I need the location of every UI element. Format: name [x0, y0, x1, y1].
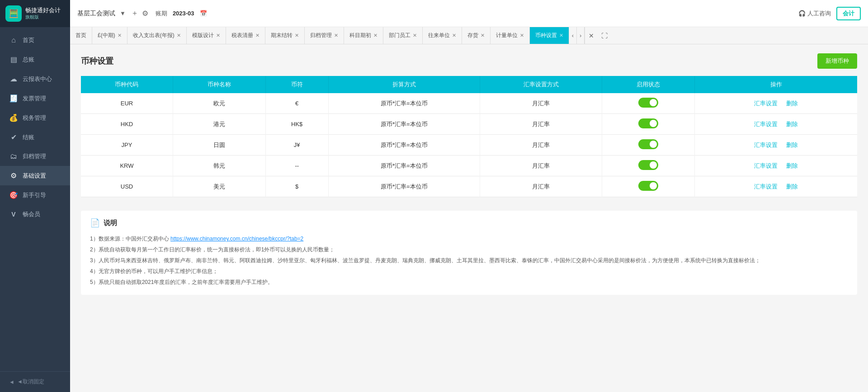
tab-inventory[interactable]: 存货 ✕ [462, 27, 491, 44]
delete-link-2[interactable]: 删除 [786, 142, 798, 148]
cell-status-0[interactable] [602, 93, 695, 114]
tab-period-close[interactable]: ✕ [118, 33, 122, 38]
tabs-prev-btn[interactable]: ‹ [569, 27, 577, 44]
cell-rate-1: 月汇率 [480, 114, 602, 135]
tab-template[interactable]: 模版设计 ✕ [187, 27, 226, 44]
toggle-4[interactable] [638, 181, 658, 191]
headset-icon: 🎧 [798, 10, 806, 17]
tab-dept-close[interactable]: ✕ [413, 33, 417, 38]
tab-inventory-close[interactable]: ✕ [481, 33, 485, 38]
sidebar-label-archive: 归档管理 [23, 152, 46, 161]
cell-status-4[interactable] [602, 176, 695, 197]
sidebar-item-tax[interactable]: 💰 税务管理 [0, 108, 70, 128]
tab-clients-close[interactable]: ✕ [452, 33, 456, 38]
content-area: 币种设置 新增币种 币种代码 币种名称 币符 折算方式 汇率设置方式 启用状态 … [70, 44, 868, 392]
cell-status-1[interactable] [602, 114, 695, 135]
sidebar: 🧮 畅捷通好会计 旗舰版 ⌂ 首页 ▤ 总账 ☁ 云报表中心 🧾 发票管理 💰 … [0, 0, 70, 392]
cell-symbol-1: HK$ [265, 114, 328, 135]
account-button[interactable]: 会计 [836, 7, 861, 20]
tab-archive-label: 归档管理 [310, 32, 332, 39]
sidebar-item-settlement[interactable]: ✔ 结账 [0, 128, 70, 147]
cell-action-4: 汇率设置 删除 [695, 176, 857, 197]
tab-tax[interactable]: 税表清册 ✕ [226, 27, 265, 44]
delete-link-1[interactable]: 删除 [786, 121, 798, 128]
tab-subject-label: 科目期初 [349, 32, 371, 39]
sidebar-pin-toggle[interactable]: ◄ ◄取消固定 [0, 371, 70, 392]
pin-icon: ◄ [9, 379, 14, 385]
delete-link-4[interactable]: 删除 [786, 183, 798, 190]
cell-symbol-4: $ [265, 176, 328, 197]
sidebar-item-settings[interactable]: ⚙ 基础设置 [0, 166, 70, 185]
sidebar-label-vip: 畅会员 [23, 210, 40, 218]
tab-period-end-close[interactable]: ✕ [295, 33, 299, 38]
sidebar-item-ledger[interactable]: ▤ 总账 [0, 50, 70, 69]
calendar-icon[interactable]: 📅 [200, 10, 207, 17]
rate-setting-link-2[interactable]: 汇率设置 [754, 142, 778, 148]
sidebar-item-archive[interactable]: 🗂 归档管理 [0, 147, 70, 166]
tab-archive-close[interactable]: ✕ [334, 33, 338, 38]
tab-dept[interactable]: 部门员工 ✕ [383, 27, 423, 44]
sidebar-item-vip[interactable]: V 畅会员 [0, 205, 70, 224]
col-symbol: 币符 [265, 76, 328, 93]
tab-period-label: £(中期) [98, 32, 115, 39]
tab-currency[interactable]: 币种设置 ✕ [530, 27, 569, 44]
rate-setting-link-1[interactable]: 汇率设置 [754, 121, 778, 128]
notes-title: 说明 [104, 219, 117, 227]
tabs-maximize-btn[interactable]: ⛶ [598, 27, 611, 44]
sidebar-item-guide[interactable]: 🎯 新手引导 [0, 185, 70, 205]
notes-chinamoney-link[interactable]: https://www.chinamoney.com.cn/chinese/bk… [170, 236, 303, 242]
logo-sub: 旗舰版 [25, 14, 61, 20]
cell-calc-1: 原币*汇率=本位币 [328, 114, 480, 135]
add-tab-icon[interactable]: ＋ [131, 9, 138, 18]
tab-units[interactable]: 计量单位 ✕ [491, 27, 530, 44]
tab-archive[interactable]: 归档管理 ✕ [305, 27, 344, 44]
new-currency-button[interactable]: 新增币种 [817, 53, 857, 69]
help-button[interactable]: 🎧 人工咨询 [798, 9, 831, 18]
tab-template-close[interactable]: ✕ [216, 33, 220, 38]
tab-period-end[interactable]: 期末结转 ✕ [265, 27, 305, 44]
cell-code-2: JPY [81, 135, 173, 156]
tabs-close-all-btn[interactable]: ✕ [585, 27, 598, 44]
tab-income-close[interactable]: ✕ [177, 33, 181, 38]
sidebar-item-invoice[interactable]: 🧾 发票管理 [0, 89, 70, 108]
tab-income-label: 收入支出表(年报) [133, 32, 175, 39]
toggle-1[interactable] [638, 118, 658, 128]
delete-link-3[interactable]: 删除 [786, 162, 798, 169]
toggle-2[interactable] [638, 139, 658, 149]
tab-currency-close[interactable]: ✕ [559, 33, 563, 38]
company-dropdown-icon[interactable]: ▼ [120, 10, 126, 17]
tabs-next-btn[interactable]: › [577, 27, 585, 44]
tab-tax-close[interactable]: ✕ [255, 33, 259, 38]
cell-status-3[interactable] [602, 156, 695, 176]
cell-rate-3: 月汇率 [480, 156, 602, 176]
tab-clients[interactable]: 往来单位 ✕ [423, 27, 462, 44]
tab-home[interactable]: 首页 [70, 27, 92, 44]
company-name[interactable]: 基层工会测试 [77, 9, 115, 18]
settings-icon: ⚙ [9, 171, 18, 180]
home-icon: ⌂ [9, 36, 18, 44]
tab-units-close[interactable]: ✕ [520, 33, 524, 38]
tab-income[interactable]: 收入支出表(年报) ✕ [127, 27, 187, 44]
vip-icon: V [9, 211, 18, 218]
logo-icon: 🧮 [5, 5, 22, 22]
tab-subject-close[interactable]: ✕ [373, 33, 377, 38]
cell-status-2[interactable] [602, 135, 695, 156]
topbar-gear-icon[interactable]: ⚙ [142, 9, 148, 18]
delete-link-0[interactable]: 删除 [786, 100, 798, 107]
sidebar-item-reports[interactable]: ☁ 云报表中心 [0, 69, 70, 89]
sidebar-item-home[interactable]: ⌂ 首页 [0, 31, 70, 50]
tab-period[interactable]: £(中期) ✕ [92, 27, 127, 44]
tab-subject[interactable]: 科目期初 ✕ [344, 27, 383, 44]
cell-name-4: 美元 [173, 176, 265, 197]
tab-inventory-label: 存货 [467, 32, 478, 39]
sidebar-label-settings: 基础设置 [23, 172, 46, 180]
cell-calc-3: 原币*汇率=本位币 [328, 156, 480, 176]
rate-setting-link-0[interactable]: 汇率设置 [754, 100, 778, 107]
period-value[interactable]: 2023-03 [173, 10, 194, 17]
toggle-3[interactable] [638, 160, 658, 170]
period-label: 账期 [156, 9, 167, 18]
rate-setting-link-4[interactable]: 汇率设置 [754, 183, 778, 190]
rate-setting-link-3[interactable]: 汇率设置 [754, 162, 778, 169]
notes-list: 1）数据来源：中国外汇交易中心 https://www.chinamoney.c… [90, 233, 848, 288]
toggle-0[interactable] [638, 98, 658, 108]
